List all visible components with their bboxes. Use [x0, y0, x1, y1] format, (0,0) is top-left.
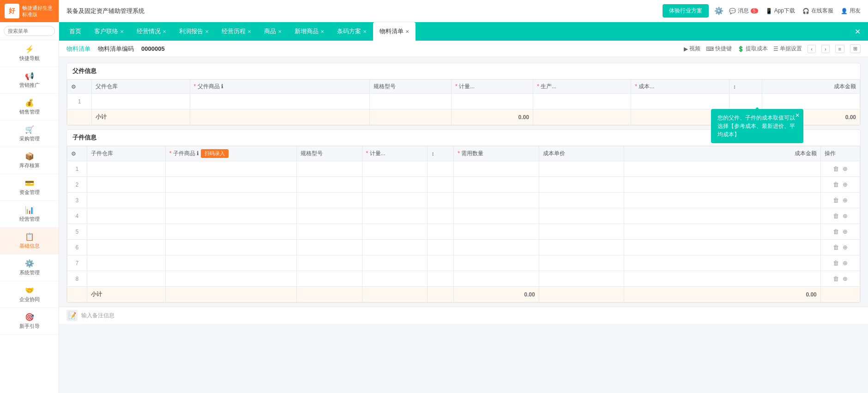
child-amount-cell[interactable] — [624, 224, 821, 240]
breadcrumb-link[interactable]: 物料清单 — [66, 45, 90, 52]
child-spec-cell[interactable] — [296, 177, 362, 193]
prev-button[interactable]: ‹ — [808, 45, 816, 53]
child-quantity-cell[interactable] — [454, 193, 539, 208]
message-action[interactable]: 💬 消息 5 — [729, 7, 758, 15]
tab-bom[interactable]: 物料清单 ✕ — [373, 22, 416, 41]
child-unitcost-cell[interactable] — [539, 193, 624, 208]
sidebar-item-basicinfo[interactable]: 📋 基础信息 — [0, 228, 59, 254]
child-quantity-cell[interactable] — [454, 161, 539, 177]
child-product-cell[interactable] — [165, 193, 296, 208]
copy-icon[interactable]: ⊕ — [843, 181, 848, 188]
child-unitcost-cell[interactable] — [539, 271, 624, 287]
toolbar-extract-cost[interactable]: 💲 提取成本 — [737, 45, 768, 53]
copy-icon[interactable]: ⊕ — [843, 165, 848, 172]
child-warehouse-cell[interactable] — [87, 177, 165, 193]
sidebar-item-cooperation[interactable]: 🤝 企业协同 — [0, 281, 59, 308]
next-button[interactable]: › — [821, 45, 830, 53]
tab-history[interactable]: 经营历程 ✕ — [215, 22, 258, 41]
child-warehouse-cell[interactable] — [87, 255, 165, 271]
child-spec-cell[interactable] — [296, 271, 362, 287]
child-quantity-cell[interactable] — [454, 255, 539, 271]
child-quantity-cell[interactable] — [454, 208, 539, 224]
child-spec-cell[interactable] — [296, 161, 362, 177]
parent-amount-cell[interactable] — [762, 94, 860, 109]
tab-close-icon[interactable]: ✕ — [405, 29, 409, 34]
child-amount-cell[interactable] — [624, 271, 821, 287]
child-spec-cell[interactable] — [296, 240, 362, 255]
tab-customers[interactable]: 客户联络 ✕ — [88, 22, 130, 41]
child-unitcost-cell[interactable] — [539, 208, 624, 224]
copy-icon[interactable]: ⊕ — [843, 212, 848, 219]
grid-view-button[interactable]: ⊞ — [850, 44, 861, 53]
child-unit-cell[interactable] — [362, 193, 428, 208]
trial-button[interactable]: 体验行业方案 — [663, 4, 709, 18]
toolbar-shortcut[interactable]: ⌨ 快捷键 — [706, 45, 732, 53]
child-unitcost-cell[interactable] — [539, 177, 624, 193]
tooltip-close-button[interactable]: ✕ — [795, 111, 800, 120]
child-spec-cell[interactable] — [296, 193, 362, 208]
sidebar-item-quicknav[interactable]: ⚡ 快捷导航 — [0, 40, 59, 67]
child-amount-cell[interactable] — [624, 208, 821, 224]
child-warehouse-cell[interactable] — [87, 193, 165, 208]
sidebar-item-inventory[interactable]: 📦 库存核算 — [0, 147, 59, 174]
child-quantity-cell[interactable] — [454, 177, 539, 193]
child-amount-cell[interactable] — [624, 240, 821, 255]
delete-icon[interactable]: 🗑 — [833, 212, 839, 219]
copy-icon[interactable]: ⊕ — [843, 228, 848, 235]
delete-icon[interactable]: 🗑 — [833, 165, 839, 172]
parent-cost-cell[interactable] — [631, 94, 729, 109]
child-unit-cell[interactable] — [362, 161, 428, 177]
tab-close-icon[interactable]: ✕ — [120, 29, 124, 34]
tab-close-icon[interactable]: ✕ — [278, 29, 282, 34]
child-unit-cell[interactable] — [362, 271, 428, 287]
tab-new-goods[interactable]: 新增商品 ✕ — [288, 22, 331, 41]
tab-goods[interactable]: 商品 ✕ — [258, 22, 288, 41]
tab-close-icon[interactable]: ✕ — [205, 29, 209, 34]
child-quantity-cell[interactable] — [454, 271, 539, 287]
child-warehouse-cell[interactable] — [87, 240, 165, 255]
delete-icon[interactable]: 🗑 — [833, 244, 839, 251]
user-action[interactable]: 👤 用友 — [841, 7, 861, 15]
child-product-cell[interactable] — [165, 240, 296, 255]
child-warehouse-cell[interactable] — [87, 271, 165, 287]
child-unitcost-cell[interactable] — [539, 240, 624, 255]
parent-production-cell[interactable] — [533, 94, 631, 109]
tab-close-icon[interactable]: ✕ — [363, 29, 367, 34]
child-warehouse-cell[interactable] — [87, 208, 165, 224]
child-quantity-cell[interactable] — [454, 240, 539, 255]
sidebar-item-operations[interactable]: 📊 经营管理 — [0, 201, 59, 228]
close-all-tabs-button[interactable]: ✕ — [851, 27, 864, 36]
delete-icon[interactable]: 🗑 — [833, 197, 839, 204]
child-product-cell[interactable] — [165, 255, 296, 271]
sidebar-item-system[interactable]: ⚙️ 系统管理 — [0, 254, 59, 281]
delete-icon[interactable]: 🗑 — [833, 275, 839, 282]
app-download-action[interactable]: 📱 App下载 — [766, 7, 795, 15]
parent-warehouse-cell[interactable] — [92, 94, 190, 109]
child-warehouse-cell[interactable] — [87, 224, 165, 240]
child-product-cell[interactable] — [165, 208, 296, 224]
child-product-cell[interactable] — [165, 224, 296, 240]
delete-icon[interactable]: 🗑 — [833, 228, 839, 235]
child-spec-cell[interactable] — [296, 224, 362, 240]
child-unit-cell[interactable] — [362, 208, 428, 224]
child-product-cell[interactable] — [165, 177, 296, 193]
tab-home[interactable]: 首页 — [63, 22, 88, 41]
search-input[interactable] — [4, 26, 55, 36]
tab-operations[interactable]: 经营情况 ✕ — [130, 22, 173, 41]
parent-unit-cell[interactable] — [451, 94, 533, 109]
delete-icon[interactable]: 🗑 — [833, 181, 839, 188]
child-unit-cell[interactable] — [362, 177, 428, 193]
child-quantity-cell[interactable] — [454, 224, 539, 240]
child-spec-cell[interactable] — [296, 255, 362, 271]
sidebar-item-sales[interactable]: 💰 销售管理 — [0, 94, 59, 121]
parent-product-cell[interactable] — [190, 94, 369, 109]
child-unit-cell[interactable] — [362, 224, 428, 240]
sidebar-item-purchase[interactable]: 🛒 采购管理 — [0, 121, 59, 147]
tab-profit[interactable]: 利润报告 ✕ — [173, 22, 215, 41]
scan-button[interactable]: 扫码录入 — [201, 149, 229, 158]
gear-icon[interactable]: ⚙️ — [714, 6, 723, 15]
tab-close-icon[interactable]: ✕ — [247, 29, 251, 34]
copy-icon[interactable]: ⊕ — [843, 260, 848, 266]
child-amount-cell[interactable] — [624, 177, 821, 193]
bottom-hint-text[interactable]: 输入备注信息 — [81, 312, 115, 320]
